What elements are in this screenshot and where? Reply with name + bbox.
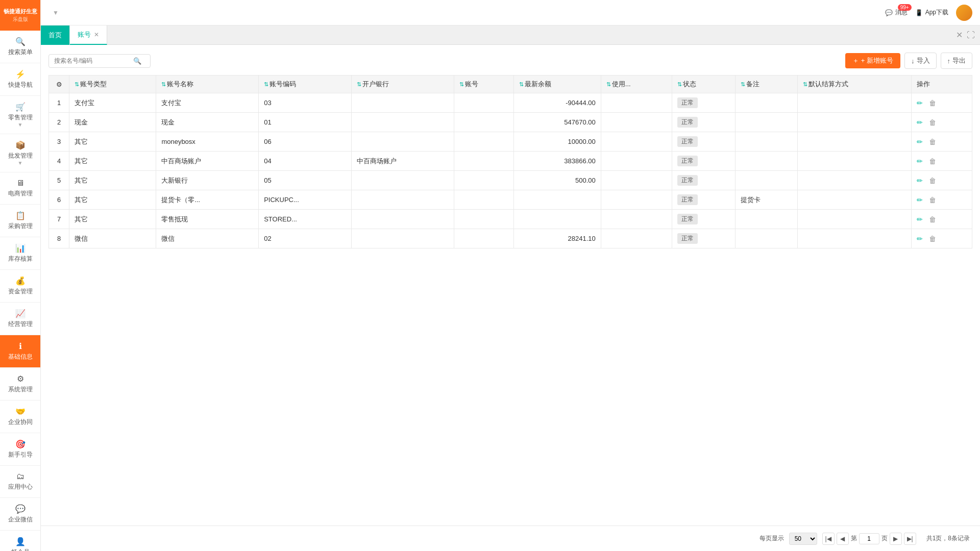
- edit-btn[interactable]: ✏: [917, 118, 923, 127]
- row-actions: ✏ 🗑: [912, 113, 972, 132]
- col-account-number[interactable]: ⇅账号: [454, 76, 514, 93]
- edit-btn[interactable]: ✏: [917, 215, 923, 223]
- total-info: 共1页，8条记录: [926, 534, 970, 543]
- logo-text: 畅捷通好生意: [4, 8, 37, 15]
- table-row: 2 现金 现金 01 547670.00 正常 ✏ 🗑: [49, 113, 972, 132]
- sidebar-item-collab[interactable]: 🤝 企业协同: [0, 400, 40, 433]
- prev-page-btn[interactable]: ◀: [837, 533, 849, 545]
- next-page-btn[interactable]: ▶: [890, 533, 902, 545]
- quick-nav-icon: ⚡: [15, 69, 26, 79]
- col-status[interactable]: ⇅状态: [672, 76, 736, 93]
- delete-btn[interactable]: 🗑: [929, 118, 936, 127]
- sidebar-item-appcenter[interactable]: 🗂 应用中心: [0, 466, 40, 498]
- page-number-input[interactable]: [859, 533, 879, 544]
- edit-btn[interactable]: ✏: [917, 196, 923, 204]
- row-actions: ✏ 🗑: [912, 171, 972, 190]
- edit-btn[interactable]: ✏: [917, 177, 923, 185]
- logo-sub: 乐盘版: [13, 16, 28, 23]
- message-button[interactable]: 💬 消息 99+: [885, 8, 908, 17]
- sidebar-item-guide[interactable]: 🎯 新手引导: [0, 433, 40, 466]
- row-usage: [601, 190, 672, 210]
- col-balance[interactable]: ⇅最新余额: [514, 76, 601, 93]
- row-remark: [736, 152, 798, 171]
- search-icon[interactable]: 🔍: [133, 57, 141, 65]
- sidebar-item-quicknav[interactable]: ⚡ 快捷导航: [0, 63, 40, 96]
- sidebar-item-purchase[interactable]: 📋 采购管理: [0, 205, 40, 237]
- col-default-settlement[interactable]: ⇅默认结算方式: [797, 76, 911, 93]
- row-usage: [601, 229, 672, 248]
- sidebar-item-label: 采购管理: [8, 222, 33, 231]
- row-balance: [514, 210, 601, 229]
- delete-btn[interactable]: 🗑: [929, 235, 936, 243]
- search-input[interactable]: [54, 57, 131, 64]
- tab-close-window-icon[interactable]: ✕: [956, 30, 963, 40]
- row-account: [454, 229, 514, 248]
- basic-icon: ℹ: [19, 341, 22, 351]
- row-default-settlement: [797, 113, 911, 132]
- dropdown-arrow-icon: ▼: [53, 9, 59, 16]
- tab-close-icon[interactable]: ✕: [94, 31, 99, 38]
- col-remark[interactable]: ⇅备注: [736, 76, 798, 93]
- per-page-select[interactable]: 50 20 100: [789, 533, 817, 545]
- purchase-icon: 📋: [15, 211, 26, 220]
- member-icon: 👤: [15, 537, 26, 546]
- import-btn-label: 导入: [917, 56, 930, 65]
- user-avatar[interactable]: [956, 5, 972, 21]
- delete-btn[interactable]: 🗑: [929, 138, 936, 146]
- sidebar-item-wholesale[interactable]: 📦 批发管理 ▼: [0, 134, 40, 172]
- row-actions: ✏ 🗑: [912, 132, 972, 152]
- row-usage: [601, 93, 672, 113]
- tab-account-label: 账号: [78, 30, 91, 39]
- edit-btn[interactable]: ✏: [917, 157, 923, 165]
- row-no: 2: [49, 113, 69, 132]
- delete-btn[interactable]: 🗑: [929, 177, 936, 185]
- col-account-name[interactable]: ⇅账号名称: [156, 76, 259, 93]
- page-label: 第: [851, 534, 857, 543]
- row-account: [454, 152, 514, 171]
- row-status: 正常: [672, 113, 736, 132]
- sidebar-item-ecommerce[interactable]: 🖥 电商管理: [0, 172, 40, 205]
- delete-btn[interactable]: 🗑: [929, 196, 936, 204]
- last-page-btn[interactable]: ▶|: [904, 533, 916, 545]
- sidebar-item-operation[interactable]: 📈 经营管理: [0, 303, 40, 335]
- col-setting[interactable]: ⚙: [49, 76, 69, 93]
- app-download-button[interactable]: 📱 App下载: [915, 8, 948, 17]
- edit-btn[interactable]: ✏: [917, 99, 923, 107]
- sidebar-item-member[interactable]: 👤 畅会员: [0, 531, 40, 551]
- content-inner: 🔍 ＋ + 新增账号 ↓ 导入 ↑ 导出: [41, 45, 980, 525]
- edit-btn[interactable]: ✏: [917, 235, 923, 243]
- import-button[interactable]: ↓ 导入: [904, 53, 937, 69]
- sidebar-item-search[interactable]: 🔍 搜索菜单: [0, 31, 40, 63]
- page-nav: |◀ ◀ 第 页 ▶ ▶|: [822, 533, 916, 545]
- export-button[interactable]: ↑ 导出: [941, 53, 973, 69]
- row-name: moneybosx: [156, 132, 259, 152]
- col-account-type[interactable]: ⇅账号类型: [69, 76, 156, 93]
- delete-btn[interactable]: 🗑: [929, 99, 936, 107]
- tab-home[interactable]: 首页: [41, 26, 70, 45]
- sidebar-item-wechat[interactable]: 💬 企业微信: [0, 498, 40, 531]
- delete-btn[interactable]: 🗑: [929, 215, 936, 223]
- sidebar-item-system[interactable]: ⚙ 系统管理: [0, 368, 40, 400]
- sidebar-item-basic[interactable]: ℹ 基础信息: [0, 335, 40, 368]
- row-name: 提货卡（零...: [156, 190, 259, 210]
- tab-expand-icon[interactable]: ⛶: [967, 31, 975, 40]
- tab-account[interactable]: 账号 ✕: [70, 26, 107, 45]
- row-default-settlement: [797, 93, 911, 113]
- add-account-button[interactable]: ＋ + 新增账号: [845, 53, 900, 68]
- sidebar-item-label: 快捷导航: [8, 81, 33, 89]
- col-account-code[interactable]: ⇅账号编码: [259, 76, 352, 93]
- col-usage[interactable]: ⇅使用...: [601, 76, 672, 93]
- edit-btn[interactable]: ✏: [917, 138, 923, 146]
- search-nav-icon: 🔍: [15, 37, 26, 46]
- first-page-btn[interactable]: |◀: [822, 533, 835, 545]
- sidebar-item-finance[interactable]: 💰 资金管理: [0, 270, 40, 303]
- sidebar-item-retail[interactable]: 🛒 零售管理 ▼: [0, 96, 40, 134]
- row-usage: [601, 171, 672, 190]
- delete-btn[interactable]: 🗑: [929, 157, 936, 165]
- sidebar-item-label: 新手引导: [8, 450, 33, 459]
- col-bank[interactable]: ⇅开户银行: [351, 76, 454, 93]
- nav-dropdown[interactable]: ▼: [48, 7, 63, 18]
- message-icon: 💬: [885, 9, 893, 16]
- sidebar-item-inventory[interactable]: 📊 库存核算: [0, 237, 40, 270]
- table-row: 8 微信 微信 02 28241.10 正常 ✏ 🗑: [49, 229, 972, 248]
